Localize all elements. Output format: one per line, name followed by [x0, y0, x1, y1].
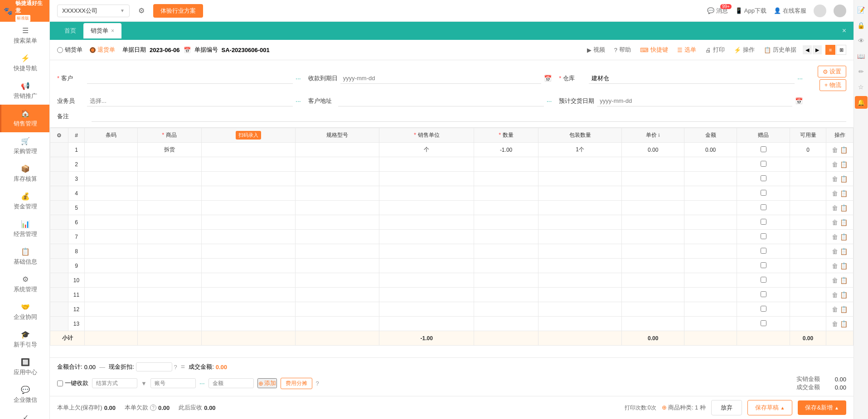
- row-pkg-qty[interactable]: [538, 215, 622, 230]
- row-delete-icon[interactable]: 🗑: [832, 233, 838, 241]
- warehouse-input[interactable]: [589, 73, 795, 84]
- user-avatar2[interactable]: [834, 5, 846, 17]
- row-price[interactable]: [622, 302, 684, 317]
- message-button[interactable]: 💬 消息 99+: [707, 7, 728, 15]
- row-delete-icon[interactable]: 🗑: [832, 291, 838, 299]
- row-gift-checkbox[interactable]: [761, 233, 766, 239]
- due-date-input[interactable]: [340, 73, 542, 84]
- row-pkg-qty[interactable]: [538, 230, 622, 244]
- sidebar-item-inventory[interactable]: 📦 库存核算: [0, 160, 49, 188]
- row-product[interactable]: [137, 302, 201, 317]
- row-unit[interactable]: [379, 288, 474, 302]
- row-pkg-qty[interactable]: [538, 186, 622, 201]
- right-panel-active-icon[interactable]: 🔔: [855, 96, 868, 109]
- row-price[interactable]: [622, 201, 684, 215]
- row-product[interactable]: [137, 317, 201, 331]
- row-pkg-qty[interactable]: [538, 172, 622, 186]
- row-unit[interactable]: [379, 259, 474, 273]
- row-gift-cell[interactable]: [737, 302, 790, 317]
- row-price[interactable]: [622, 157, 684, 172]
- sidebar-item-apps[interactable]: 🔲 应用中心: [0, 353, 49, 381]
- customer-input[interactable]: [87, 73, 293, 84]
- one-click-pay-checkbox[interactable]: 一键收款: [57, 379, 88, 387]
- row-unit[interactable]: [379, 230, 474, 244]
- row-price[interactable]: [622, 273, 684, 288]
- row-copy-icon[interactable]: 📋: [840, 262, 848, 270]
- row-pkg-qty[interactable]: [538, 317, 622, 331]
- row-gift-checkbox[interactable]: [761, 306, 766, 312]
- sidebar-item-purchase[interactable]: 🛒 采购管理: [0, 132, 49, 160]
- row-qty[interactable]: [474, 302, 538, 317]
- row-qty[interactable]: [474, 317, 538, 331]
- row-qty[interactable]: [474, 186, 538, 201]
- row-gift-checkbox[interactable]: [761, 204, 766, 210]
- close-window-icon[interactable]: ×: [842, 27, 846, 35]
- customer-addr-dots-icon[interactable]: ···: [547, 97, 552, 105]
- row-delete-icon[interactable]: 🗑: [832, 175, 838, 183]
- remarks-input[interactable]: [92, 111, 846, 122]
- row-price[interactable]: [622, 215, 684, 230]
- row-amount[interactable]: [684, 215, 737, 230]
- row-price[interactable]: [622, 288, 684, 302]
- row-pkg-qty[interactable]: [538, 288, 622, 302]
- amount-input[interactable]: [209, 378, 254, 388]
- row-barcode[interactable]: [85, 201, 138, 215]
- row-unit[interactable]: [379, 302, 474, 317]
- row-gift-checkbox[interactable]: [761, 248, 766, 254]
- row-gift-checkbox[interactable]: [761, 262, 766, 268]
- row-copy-icon[interactable]: 📋: [840, 190, 848, 197]
- sidebar-item-member[interactable]: ✓ 畅会员: [0, 409, 49, 419]
- sidebar-item-capital[interactable]: 💰 资金管理: [0, 188, 49, 215]
- row-price[interactable]: [622, 244, 684, 259]
- row-product[interactable]: [137, 172, 201, 186]
- due-date-calendar-icon[interactable]: 📅: [544, 75, 552, 82]
- video-btn[interactable]: ▶ 视频: [584, 44, 608, 55]
- row-pkg-qty[interactable]: [538, 244, 622, 259]
- row-copy-icon[interactable]: 📋: [840, 248, 848, 255]
- row-amount[interactable]: [684, 273, 737, 288]
- method-dropdown-icon[interactable]: ▼: [141, 380, 147, 387]
- row-gift-cell[interactable]: [737, 273, 790, 288]
- row-gift-cell[interactable]: [737, 230, 790, 244]
- logistics-button[interactable]: + 物流: [820, 79, 846, 91]
- row-product[interactable]: [137, 201, 201, 215]
- row-copy-icon[interactable]: 📋: [840, 233, 848, 241]
- set-button[interactable]: ⚙ 设置: [818, 66, 846, 77]
- sidebar-item-basic[interactable]: 📋 基础信息: [0, 243, 49, 270]
- row-amount[interactable]: [684, 288, 737, 302]
- row-gift-cell[interactable]: [737, 186, 790, 201]
- row-spec[interactable]: [296, 201, 379, 215]
- row-spec[interactable]: [296, 172, 379, 186]
- select-btn[interactable]: ☰ 选单: [674, 44, 699, 55]
- tab-close-icon[interactable]: ×: [111, 28, 114, 34]
- right-panel-pencil-icon[interactable]: ✏: [855, 65, 868, 78]
- abandon-button[interactable]: 放弃: [711, 400, 742, 415]
- row-gift-cell[interactable]: [737, 215, 790, 230]
- row-delete-icon[interactable]: 🗑: [832, 277, 838, 284]
- salesperson-dots-icon[interactable]: ···: [296, 97, 301, 105]
- shortcut-btn[interactable]: ⌨ 快捷键: [637, 44, 671, 55]
- row-amount[interactable]: [684, 244, 737, 259]
- radio-sales-input[interactable]: [57, 47, 63, 53]
- settings-button[interactable]: ⚙: [135, 5, 148, 17]
- add-payment-button[interactable]: ⊕ 添加: [257, 378, 277, 388]
- row-product[interactable]: [137, 157, 201, 172]
- row-product[interactable]: 拆货: [137, 143, 201, 157]
- row-product[interactable]: [137, 244, 201, 259]
- row-amount[interactable]: [684, 157, 737, 172]
- row-price[interactable]: [622, 259, 684, 273]
- customer-dots-icon[interactable]: ···: [296, 75, 301, 82]
- row-delete-icon[interactable]: 🗑: [832, 306, 838, 313]
- row-price[interactable]: 0.00: [622, 143, 684, 157]
- expected-date-calendar-icon[interactable]: 📅: [795, 97, 803, 105]
- discount-input[interactable]: [136, 362, 172, 371]
- row-spec[interactable]: [296, 186, 379, 201]
- row-barcode[interactable]: [85, 157, 138, 172]
- row-spec[interactable]: [296, 273, 379, 288]
- row-gift-checkbox[interactable]: [761, 277, 766, 283]
- right-panel-star-icon[interactable]: ☆: [855, 81, 868, 93]
- sidebar-item-operation[interactable]: 📊 经营管理: [0, 215, 49, 243]
- row-barcode[interactable]: [85, 244, 138, 259]
- row-unit[interactable]: [379, 215, 474, 230]
- row-spec[interactable]: [296, 230, 379, 244]
